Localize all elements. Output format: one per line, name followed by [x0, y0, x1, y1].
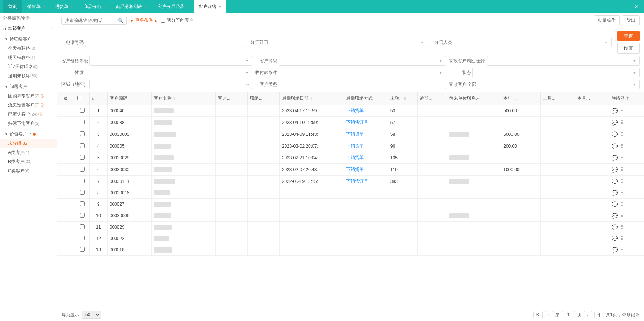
row-checkbox[interactable]: [80, 143, 85, 148]
td-last-contact-method[interactable]: 下销货单: [344, 128, 388, 140]
manager-select[interactable]: ···: [454, 38, 612, 47]
menu-action-icon[interactable]: ⠿: [620, 155, 624, 161]
menu-action-icon[interactable]: ⠿: [620, 108, 624, 114]
chat-action-icon[interactable]: 💬: [612, 131, 618, 137]
retail-customer-select[interactable]: ▼: [478, 80, 640, 89]
chat-action-icon[interactable]: 💬: [612, 108, 618, 114]
chat-action-icon[interactable]: 💬: [612, 120, 618, 126]
td-checkbox[interactable]: [75, 244, 89, 256]
td-last-contact-method[interactable]: 下销售订单: [344, 176, 388, 187]
sidebar-collapse-icon[interactable]: «: [52, 27, 54, 31]
chat-action-icon[interactable]: 💬: [612, 201, 618, 207]
chat-action-icon[interactable]: 💬: [612, 179, 618, 184]
tab-product-list[interactable]: 商品分析列表 ×: [111, 0, 152, 13]
th-name[interactable]: 客户名称⇅: [152, 92, 216, 105]
phone-input[interactable]: [85, 38, 243, 47]
search-input[interactable]: [65, 18, 116, 23]
menu-action-icon[interactable]: ⠿: [620, 131, 624, 137]
customer-type-select[interactable]: [279, 80, 446, 89]
contact-method-link[interactable]: 下销货单: [346, 167, 364, 172]
region-select[interactable]: ···: [89, 80, 252, 89]
page-input[interactable]: [562, 311, 575, 318]
chat-action-icon[interactable]: 💬: [612, 167, 618, 173]
row-checkbox[interactable]: [80, 224, 85, 229]
sidebar-item-tomorrow[interactable]: 明天待联络(1): [0, 53, 57, 62]
batch-operation-button[interactable]: 批量操作: [594, 15, 620, 25]
more-conditions-button[interactable]: ▼ 更多条件 ▲: [130, 17, 158, 24]
td-checkbox[interactable]: [75, 199, 89, 210]
refresh-icon[interactable]: ↺: [28, 132, 32, 137]
tab-product-analysis-close[interactable]: ×: [103, 4, 106, 9]
row-checkbox[interactable]: [80, 179, 85, 183]
chat-action-icon[interactable]: 💬: [612, 236, 618, 241]
all-customers-header[interactable]: ⠿ 全部客户 «: [0, 23, 57, 34]
query-button[interactable]: 查询: [617, 31, 640, 41]
menu-action-icon[interactable]: ⠿: [620, 190, 624, 196]
tab-customer-contact-close[interactable]: ×: [219, 4, 221, 9]
per-page-select[interactable]: 50 100 200: [82, 311, 101, 319]
last-page-button[interactable]: ›|: [594, 311, 603, 318]
td-checkbox[interactable]: [75, 117, 89, 128]
td-checkbox[interactable]: [75, 128, 89, 140]
customer-grade-select[interactable]: ▼: [279, 56, 446, 66]
problem-customers-title[interactable]: ▼ 问题客户: [0, 82, 57, 91]
row-checkbox[interactable]: [80, 155, 85, 160]
td-checkbox[interactable]: [75, 187, 89, 199]
nature-select[interactable]: ▼: [85, 68, 252, 77]
status-select[interactable]: ▼: [472, 68, 640, 77]
payment-select[interactable]: ▼: [279, 68, 446, 77]
td-last-contact-method[interactable]: 下销货单: [344, 164, 388, 176]
tab-product-list-close[interactable]: ×: [145, 4, 147, 9]
td-checkbox[interactable]: [75, 176, 89, 187]
menu-action-icon[interactable]: ⠿: [620, 247, 624, 253]
td-checkbox[interactable]: [75, 105, 89, 117]
sidebar-item-ungroup[interactable]: 未分组(32): [0, 139, 57, 148]
sidebar-item-churned[interactable]: 已流失客户(24) ⓘ: [0, 110, 57, 119]
menu-action-icon[interactable]: ⠿: [620, 213, 624, 219]
sidebar-item-declining[interactable]: 持续下滑客户(2): [0, 119, 57, 128]
th-checkbox[interactable]: [75, 92, 89, 105]
close-all-button[interactable]: ×: [631, 3, 641, 11]
row-checkbox[interactable]: [80, 120, 85, 124]
retail-attr-select[interactable]: ▼: [487, 56, 640, 66]
price-grade-select[interactable]: ▼: [89, 56, 252, 66]
tab-sales[interactable]: 销售单 ×: [22, 0, 50, 13]
sidebar-search-input[interactable]: [3, 15, 57, 21]
value-customers-title[interactable]: ▼ 价值客户 ↺: [0, 130, 57, 139]
chat-action-icon[interactable]: 💬: [612, 213, 618, 219]
td-checkbox[interactable]: [75, 152, 89, 164]
tab-purchase-close[interactable]: ×: [71, 4, 73, 9]
td-last-contact-method[interactable]: 下销货单: [344, 152, 388, 164]
chat-action-icon[interactable]: 💬: [612, 190, 618, 196]
row-checkbox[interactable]: [80, 201, 85, 206]
contact-method-link[interactable]: 下销货单: [346, 155, 364, 160]
row-checkbox[interactable]: [80, 236, 85, 240]
menu-action-icon[interactable]: ⠿: [620, 224, 624, 230]
dept-select[interactable]: ▼: [270, 38, 427, 47]
menu-action-icon[interactable]: ⠿: [620, 179, 624, 184]
tab-sales-close[interactable]: ×: [43, 4, 45, 9]
first-page-button[interactable]: K: [533, 311, 543, 318]
sidebar-item-a-class[interactable]: A类客户(1): [0, 148, 57, 157]
td-checkbox[interactable]: [75, 233, 89, 244]
prev-page-button[interactable]: ‹: [545, 311, 553, 318]
contact-method-link[interactable]: 下销售订单: [346, 120, 368, 125]
menu-action-icon[interactable]: ⠿: [620, 120, 624, 126]
search-icon[interactable]: 🔍: [118, 18, 123, 23]
tab-customer-segment-close[interactable]: ×: [186, 4, 189, 9]
pending-contact-title[interactable]: ▼ 待联络客户: [0, 35, 57, 44]
td-last-contact-method[interactable]: 下销货单: [344, 105, 388, 117]
chat-action-icon[interactable]: 💬: [612, 247, 618, 253]
row-checkbox[interactable]: [80, 247, 85, 252]
contact-method-link[interactable]: 下销货单: [346, 108, 364, 113]
export-button[interactable]: 导出: [623, 15, 640, 25]
menu-action-icon[interactable]: ⠿: [620, 236, 624, 241]
contact-method-link[interactable]: 下销货单: [346, 143, 364, 148]
td-checkbox[interactable]: [75, 164, 89, 176]
select-all-checkbox[interactable]: [77, 96, 82, 100]
td-last-contact-method[interactable]: 下销货单: [344, 140, 388, 152]
tab-purchase[interactable]: 进货单 ×: [50, 0, 78, 13]
my-customers-input[interactable]: [161, 18, 165, 23]
row-checkbox[interactable]: [80, 190, 85, 195]
tab-product-analysis[interactable]: 商品分析 ×: [78, 0, 111, 13]
